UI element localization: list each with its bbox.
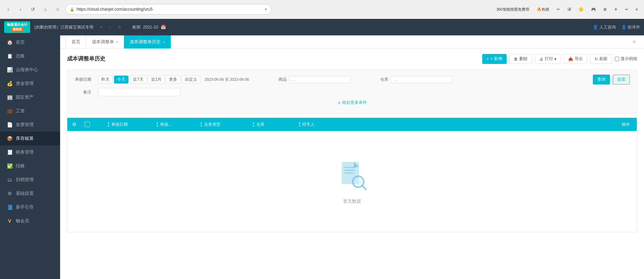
header-right: 👤 人工咨询 👤 徐泽华 [593,24,640,30]
calendar-icon[interactable]: 📅 [161,25,166,30]
settings-icon: ⚙ [7,191,12,196]
user-avatar[interactable]: 👤 徐泽华 [621,24,640,30]
empty-icon [335,158,369,193]
svg-rect-1 [344,167,356,168]
dropdown-company-icon[interactable]: ▾ [100,25,102,30]
sidebar: 🏠 首页 📋 总账 📊 云报表中心 💰 资金管理 🏢 固定资产 💼 工资 📄 发… [0,35,60,279]
th-type[interactable]: ▲▼ 业务类型 [186,122,234,127]
sidebar-item-funds[interactable]: 💰 资金管理 [0,77,60,90]
sidebar-item-home[interactable]: 🏠 首页 [0,35,60,49]
th-checkbox[interactable] [81,122,93,127]
game-btn[interactable]: 🎮 [588,6,599,13]
product-select[interactable]: ... [289,76,351,83]
tab-home-label: 首页 [71,39,80,45]
tab-home[interactable]: 首页 [66,35,86,48]
search-btn[interactable]: 360智能抠图免费用 [494,6,532,13]
sidebar-label-home: 首页 [16,39,25,45]
app-header: 畅捷通好会计 旗舰版 (勿删勿禁用）江西服宝测试专用 ▾ ＋ ⚙ 账期 2021… [0,19,644,35]
empty-svg [335,158,369,193]
th-warehouse[interactable]: ▲▼ 仓库 [234,122,282,127]
tab-cost-adjust-history[interactable]: 成本调整单历史 × [124,35,171,48]
delete-button[interactable]: 🗑 删除 [509,54,532,64]
refresh-button[interactable]: ↻ 刷新 [590,54,612,64]
hot-search-btn[interactable]: 🔥热搜 [534,6,552,13]
date-range-text: 2023-06-06 至 2023-06-06 [204,77,249,82]
date-btn-yesterday[interactable]: 昨天 [98,76,113,83]
date-btn-7days[interactable]: 近7天 [130,76,147,83]
content-area: 首页 成本调整单 × 成本调整单历史 × × 成本调整单历史 + + 新增 [60,35,644,279]
date-btn-today[interactable]: 今天 [114,76,128,83]
settings-company-btn[interactable]: ⚙ [117,25,121,30]
customer-service-btn[interactable]: 👤 人工咨询 [593,24,615,30]
sidebar-item-archive[interactable]: 🗂 归档管理 [0,173,60,187]
th-number[interactable]: ▲▼ 单据... [142,122,186,127]
wallet-btn[interactable]: 🪙 [576,6,586,13]
tab-cost-adjust-history-label: 成本调整单历史 [129,39,161,45]
sidebar-label-guide: 新手引导 [16,204,34,210]
refresh-icon: ↻ [595,57,598,62]
sidebar-item-member[interactable]: V 畅会员 [0,214,60,228]
print-button[interactable]: 🖨 打印 ▾ [535,54,561,64]
date-btn-more[interactable]: 更多 [166,76,180,83]
sidebar-item-tax[interactable]: 🧾 税务管理 [0,145,60,159]
sidebar-item-closing[interactable]: ✅ 结账 [0,159,60,173]
reload-button[interactable]: ↺ [28,4,38,14]
sidebar-label-assets: 固定资产 [16,94,34,100]
note-input[interactable] [98,88,181,96]
gear-icon[interactable]: ⚙ [72,122,77,127]
sidebar-item-inventory[interactable]: 📦 库存核算 [0,132,60,145]
member-icon: V [7,218,12,224]
sidebar-label-inventory: 库存核算 [16,135,34,142]
sidebar-item-reports[interactable]: 📊 云报表中心 [0,63,60,77]
th-settings[interactable]: ⚙ [67,122,81,127]
history-btn[interactable]: ↩ [622,6,631,13]
tab-cost-adjust-history-close[interactable]: × [163,40,165,44]
add-company-btn[interactable]: ＋ [108,24,112,30]
svg-rect-3 [344,172,353,174]
star-button[interactable]: ☆ [53,4,63,14]
sidebar-item-salary[interactable]: 💼 工资 [0,104,60,118]
home-button[interactable]: ⌂ [41,4,50,14]
sidebar-label-settings: 基础设置 [16,190,34,197]
page-title-row: 成本调整单历史 + + 新增 🗑 删除 🖨 打印 ▾ [67,54,637,64]
query-button[interactable]: 查询 [593,75,610,85]
select-all-checkbox[interactable] [84,122,90,127]
sidebar-item-guide[interactable]: 📘 新手引导 [0,200,60,214]
close-all-tabs-btn[interactable]: × [630,39,639,45]
export-icon: 📤 [568,57,573,62]
date-btn-custom[interactable]: 自定义 [182,76,200,83]
th-operator[interactable]: ▲▼ 经手人 [282,122,330,127]
sidebar-item-assets[interactable]: 🏢 固定资产 [0,90,60,104]
tab-cost-adjust-close[interactable]: × [116,40,118,44]
forward-button[interactable]: › [16,4,25,14]
sidebar-item-ledger[interactable]: 📋 总账 [0,49,60,63]
theme-btn[interactable]: ☀ [611,6,620,13]
type-sort-icon: ▲▼ [200,122,203,127]
tab-cost-adjust[interactable]: 成本调整单 × [86,35,124,48]
sidebar-item-invoice[interactable]: 📄 发票管理 [0,118,60,132]
table-header: ⚙ ▲▼ 单据日期 ▲▼ 单据.. [67,118,637,131]
svg-line-7 [362,186,366,189]
export-button[interactable]: 📤 导出 [564,54,587,64]
address-bar[interactable]: 🔒 https://cloud.chanjet.com/accounting/u… [65,4,271,14]
filter-settings-button[interactable]: 设置 [613,75,630,85]
date-btn-1month[interactable]: 近1月 [148,76,165,83]
scissors-btn[interactable]: ✂ [554,6,563,13]
th-date[interactable]: ▲▼ 单据日期 [93,122,142,127]
collapse-btn[interactable]: ∧ 收起更多条件 [74,100,630,105]
add-icon: + [487,57,489,62]
back-button[interactable]: ‹ [3,4,13,14]
logo-badge: 旗舰版 [12,27,23,32]
menu-btn[interactable]: ≡ [633,6,641,12]
sidebar-item-settings[interactable]: ⚙ 基础设置 [0,187,60,200]
period-label: 账期 2021-10 📅 [132,24,166,30]
warehouse-select[interactable]: ... [391,76,452,83]
show-detail-input[interactable] [615,57,619,61]
th-number-label: 单据... [160,122,172,127]
translate-btn[interactable]: 译 [565,6,574,13]
add-button[interactable]: + + 新增 [482,54,507,64]
th-warehouse-label: 仓库 [256,122,264,127]
show-detail-checkbox[interactable]: 显示明细 [615,56,637,62]
empty-text: 暂无数据 [343,198,361,204]
grid-btn[interactable]: ⊞ [601,6,609,13]
